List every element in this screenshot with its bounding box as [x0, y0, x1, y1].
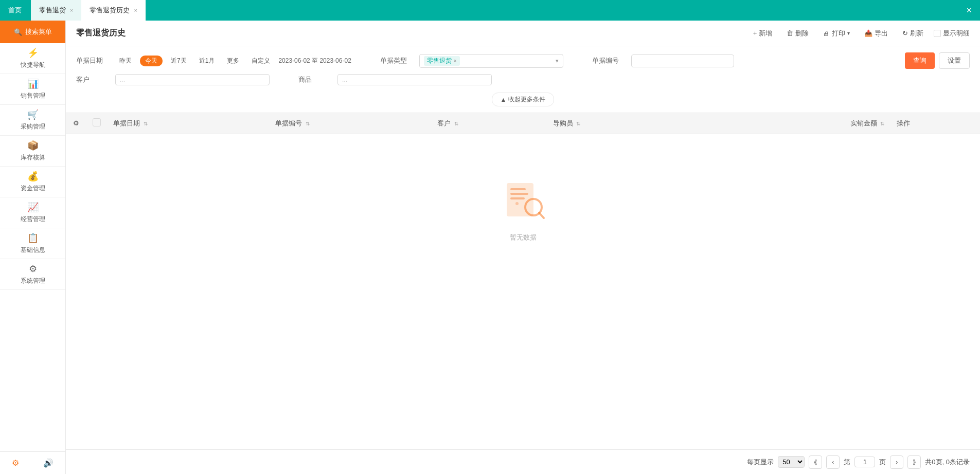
customer-filter-box[interactable]: ... — [115, 74, 270, 85]
date-1month-btn[interactable]: 近1月 — [195, 56, 219, 66]
th-guide-sort-icon: ⇅ — [576, 121, 580, 126]
th-actions-label: 操作 — [897, 119, 910, 127]
doc-no-input[interactable] — [631, 54, 734, 67]
window-close-btn[interactable]: × — [966, 5, 972, 16]
sys-mgmt-icon: ⚙ — [29, 263, 37, 275]
search-icon: 🔍 — [14, 28, 22, 36]
header-checkbox[interactable] — [93, 118, 101, 126]
th-customer-sort-icon: ⇅ — [454, 121, 458, 126]
sidebar-item-quick-nav[interactable]: ⚡ 快捷导航 — [0, 43, 65, 74]
collapse-btn[interactable]: ▲ 收起更多条件 — [492, 93, 555, 106]
type-filter-box[interactable]: 零售退货 × ▾ — [419, 54, 563, 68]
sidebar-item-sys-mgmt-label: 系统管理 — [21, 277, 45, 285]
th-checkbox[interactable] — [86, 113, 107, 134]
type-label: 单据类型 — [380, 56, 411, 65]
page-title: 零售退货历史 — [76, 28, 749, 39]
sidebar-item-sales-mgmt[interactable]: 📊 销售管理 — [0, 74, 65, 105]
sidebar-item-inventory-label: 库存核算 — [21, 153, 45, 162]
page-label: 第 — [844, 458, 850, 467]
sidebar: 🔍 搜索菜单 ⚡ 快捷导航 📊 销售管理 🛒 采购管理 📦 库存核算 💰 资金管… — [0, 21, 66, 474]
checkbox-detail[interactable] — [934, 30, 941, 37]
print-btn[interactable]: 🖨 打印 ▾ — [819, 27, 854, 40]
date-range-display: 2023-06-02 至 2023-06-02 — [278, 57, 351, 65]
th-customer[interactable]: 客户 ⇅ — [431, 113, 547, 134]
gear-icon[interactable]: ⚙ — [73, 119, 79, 127]
date-custom-btn[interactable]: 自定义 — [247, 56, 274, 66]
type-tag: 零售退货 × — [424, 56, 460, 66]
query-btn[interactable]: 查询 — [905, 52, 935, 69]
th-doc-no-label: 单据编号 — [275, 119, 302, 127]
sidebar-item-quick-nav-label: 快捷导航 — [21, 61, 45, 69]
date-yesterday-btn[interactable]: 昨天 — [115, 56, 136, 66]
content-area: 零售退货历史 + 新增 🗑 删除 🖨 打印 ▾ 📤 导出 ↻ — [66, 21, 980, 474]
svg-line-5 — [539, 213, 544, 218]
operations-icon: 📈 — [27, 202, 39, 213]
search-menu-btn[interactable]: 🔍 搜索菜单 — [0, 21, 65, 43]
th-spacer — [686, 113, 728, 134]
tab-home[interactable]: 首页 — [0, 0, 30, 21]
print-label: 打印 — [832, 29, 845, 38]
empty-cell: 暂无数据 — [66, 134, 980, 283]
tab-retail-return-label: 零售退货 — [39, 6, 66, 15]
export-icon: 📤 — [864, 29, 872, 37]
new-btn[interactable]: + 新增 — [749, 27, 776, 40]
export-btn[interactable]: 📤 导出 — [860, 27, 892, 40]
tab-retail-return-history-close[interactable]: × — [134, 7, 137, 13]
th-guide[interactable]: 导购员 ⇅ — [547, 113, 686, 134]
sidebar-item-sales-mgmt-label: 销售管理 — [21, 92, 45, 100]
tab-retail-return-history[interactable]: 零售退货历史 × — [81, 0, 145, 21]
audio-icon[interactable]: 🔊 — [43, 458, 54, 468]
next-page-btn[interactable]: › — [890, 455, 903, 469]
first-page-btn[interactable]: ⟪ — [809, 455, 822, 469]
goods-filter-box[interactable]: ... — [337, 74, 492, 85]
delete-label: 删除 — [795, 29, 809, 38]
settings-btn[interactable]: 设置 — [939, 52, 970, 69]
pagination-bar: 每页显示 10 20 50 100 ⟪ ‹ 第 页 › ⟫ 共0页, 0条记录 — [66, 449, 980, 474]
empty-state: 暂无数据 — [66, 134, 980, 283]
sidebar-item-operations[interactable]: 📈 经营管理 — [0, 197, 65, 228]
search-menu-label: 搜索菜单 — [25, 27, 52, 37]
date-7days-btn[interactable]: 近7天 — [167, 56, 191, 66]
filter-area: 单据日期 昨天 今天 近7天 近1月 更多 自定义 2023-06-02 至 2… — [66, 46, 980, 113]
main-layout: 🔍 搜索菜单 ⚡ 快捷导航 📊 销售管理 🛒 采购管理 📦 库存核算 💰 资金管… — [0, 21, 980, 474]
page-summary: 共0页, 0条记录 — [925, 458, 970, 467]
date-today-btn[interactable]: 今天 — [140, 56, 163, 66]
svg-rect-2 — [510, 193, 528, 195]
th-doc-no[interactable]: 单据编号 ⇅ — [269, 113, 431, 134]
th-settings[interactable]: ⚙ — [66, 113, 86, 134]
th-amount[interactable]: 实销金额 ⇅ — [728, 113, 890, 134]
sidebar-item-purchase-mgmt[interactable]: 🛒 采购管理 — [0, 105, 65, 136]
tab-retail-return[interactable]: 零售退货 × — [31, 0, 81, 21]
data-table: ⚙ 单据日期 ⇅ 单据编号 ⇅ — [66, 113, 980, 283]
filter-row-2: 客户 ... 商品 ... — [76, 74, 970, 85]
th-date[interactable]: 单据日期 ⇅ — [107, 113, 269, 134]
show-detail-toggle[interactable]: 显示明细 — [934, 29, 970, 38]
type-tag-close[interactable]: × — [454, 58, 457, 64]
tab-retail-return-close[interactable]: × — [70, 7, 73, 13]
collapse-up-icon: ▲ — [501, 96, 507, 103]
svg-point-6 — [515, 202, 519, 205]
sidebar-item-finance[interactable]: 💰 资金管理 — [0, 167, 65, 197]
date-filters: 昨天 今天 近7天 近1月 更多 自定义 2023-06-02 至 2023-0… — [115, 56, 351, 66]
tab-retail-return-history-label: 零售退货历史 — [90, 6, 130, 15]
page-number-input[interactable] — [854, 457, 875, 467]
page-size-select[interactable]: 10 20 50 100 — [778, 456, 805, 468]
refresh-btn[interactable]: ↻ 刷新 — [898, 27, 928, 40]
prev-page-btn[interactable]: ‹ — [826, 455, 840, 469]
delete-btn[interactable]: 🗑 删除 — [782, 27, 813, 40]
empty-text: 暂无数据 — [510, 233, 537, 242]
top-bar: 首页 零售退货 × 零售退货历史 × × — [0, 0, 980, 21]
date-more-btn[interactable]: 更多 — [223, 56, 243, 66]
table-body: 暂无数据 — [66, 134, 980, 283]
quick-nav-icon: ⚡ — [27, 47, 39, 59]
last-page-btn[interactable]: ⟫ — [907, 455, 921, 469]
collapse-row: ▲ 收起更多条件 — [76, 90, 970, 106]
sidebar-item-sys-mgmt[interactable]: ⚙ 系统管理 — [0, 259, 65, 290]
show-detail-label: 显示明细 — [943, 29, 970, 38]
settings-icon[interactable]: ⚙ — [12, 458, 19, 468]
collapse-label: 收起更多条件 — [508, 95, 545, 104]
th-amount-label: 实销金额 — [850, 119, 877, 127]
doc-no-label: 单据编号 — [592, 56, 623, 65]
sidebar-item-inventory[interactable]: 📦 库存核算 — [0, 136, 65, 167]
sidebar-item-base-info[interactable]: 📋 基础信息 — [0, 228, 65, 259]
